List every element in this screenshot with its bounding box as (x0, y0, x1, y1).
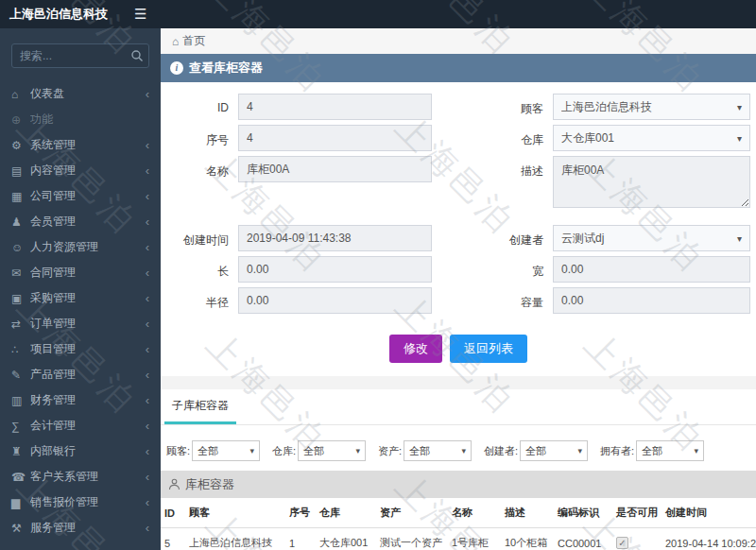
search-input[interactable] (11, 43, 149, 68)
col-name: 名称 (448, 498, 501, 528)
chevron-icon: ‹ (146, 317, 149, 331)
customer-select[interactable]: 上海邑泊信息科技 ▾ (553, 94, 750, 120)
sidebar-item-product-mgmt[interactable]: ✎ 产品管理 ‹ (0, 362, 161, 387)
modify-button[interactable]: 修改 (389, 335, 442, 363)
chevron-icon: ‹ (146, 189, 149, 203)
sidebar-item-internal-bank[interactable]: ♜ 内部银行 ‹ (0, 438, 161, 464)
col-create-time: 创建时间 (662, 498, 756, 528)
tab-bar: 子库柜容器 (161, 389, 756, 425)
chevron-icon: ‹ (146, 495, 149, 509)
sidebar-item-features[interactable]: ⊕ 功能 (0, 107, 161, 132)
filter-asset-value: 全部 (409, 444, 461, 458)
capacity-label: 容量 (458, 287, 543, 311)
length-field (238, 256, 432, 283)
chevron-down-icon: ▾ (577, 446, 582, 455)
chevron-icon: ‹ (146, 470, 149, 484)
sidebar-item-label: 服务管理 (30, 520, 146, 536)
sidebar-item-label: 会计管理 (30, 418, 146, 434)
breadcrumb-home-link[interactable]: 首页 (182, 33, 205, 49)
sidebar-item-hr-mgmt[interactable]: ☺ 人力资源管理 ‹ (0, 234, 161, 260)
info-icon: i (170, 61, 183, 75)
app-window: 上海邑泊 上海邑泊 上海邑泊 上海邑泊 上海邑泊 上海邑泊 上海邑泊 上海邑泊 … (0, 0, 756, 550)
sidebar-item-member-mgmt[interactable]: ♟ 会员管理 ‹ (0, 209, 161, 234)
filter-owner-select[interactable]: 全部 ▾ (636, 440, 704, 461)
length-label: 长 (161, 256, 229, 280)
table-row[interactable]: 5 上海邑泊信息科技 1 大仓库001 测试一个资产 1号库柜 10个柜箱 CC… (161, 528, 756, 550)
filter-creator-value: 全部 (525, 444, 577, 458)
chevron-down-icon: ▾ (250, 446, 255, 455)
chevron-icon: ‹ (146, 138, 149, 152)
filter-owner-label: 拥有者: (600, 444, 634, 458)
finance-money-icon: ▥ (11, 394, 30, 407)
sub-container-section: 子库柜容器 顾客: 全部 ▾ 仓库: 全部 ▾ (161, 389, 756, 550)
sidebar-item-label: 订单管理 (30, 316, 146, 332)
sidebar-item-label: 公司管理 (30, 188, 146, 204)
sidebar-item-label: 仪表盘 (30, 86, 146, 102)
content-icon: ▤ (11, 164, 30, 178)
checked-checkbox-icon: ✓ (616, 537, 628, 549)
sidebar-item-order-mgmt[interactable]: ⇄ 订单管理 ‹ (0, 311, 161, 336)
sidebar-search (11, 43, 149, 68)
list-section-title: 库柜容器 (185, 476, 234, 493)
sidebar-item-procurement-mgmt[interactable]: ▣ 采购管理 ‹ (0, 285, 161, 311)
crm-icon: ☎ (11, 471, 30, 484)
filter-warehouse-select[interactable]: 全部 ▾ (298, 440, 366, 461)
col-id: ID (161, 498, 185, 528)
sidebar-item-service-mgmt[interactable]: ⚒ 服务管理 ‹ (0, 515, 161, 541)
tab-sub-cabinet-containers[interactable]: 子库柜容器 (164, 398, 236, 424)
sidebar-item-crm[interactable]: ☎ 客户关系管理 ‹ (0, 464, 161, 490)
id-field (238, 94, 432, 120)
create-time-field (238, 225, 432, 251)
sidebar-item-label: 采购管理 (30, 290, 146, 306)
filter-customer-value: 全部 (198, 444, 249, 458)
users-icon (168, 478, 180, 490)
filter-asset-select[interactable]: 全部 ▾ (404, 440, 472, 461)
id-label: ID (161, 94, 229, 114)
desc-textarea[interactable]: 库柜00A (553, 156, 750, 208)
breadcrumb: ⌂ 首页 (161, 28, 756, 54)
sidebar-item-project-mgmt[interactable]: ∴ 项目管理 ‹ (0, 336, 161, 362)
cabinet-detail-form: ID 顾客 上海邑泊信息科技 ▾ (161, 82, 756, 376)
chevron-icon: ‹ (146, 368, 149, 382)
col-customer: 顾客 (185, 498, 285, 528)
sidebar-item-label: 客户关系管理 (30, 469, 146, 485)
orders-cart-icon: ⇄ (11, 318, 30, 331)
warehouse-select-value: 大仓库001 (561, 130, 737, 146)
warehouse-select[interactable]: 大仓库001 ▾ (553, 125, 750, 151)
sidebar-item-dashboard[interactable]: ⌂ 仪表盘 ‹ (0, 81, 161, 107)
chevron-down-icon: ▾ (737, 233, 742, 244)
sidebar-item-content-mgmt[interactable]: ▤ 内容管理 ‹ (0, 158, 161, 183)
capacity-field (553, 287, 750, 314)
filter-customer-select[interactable]: 全部 ▾ (192, 440, 260, 461)
sidebar-item-contract-mgmt[interactable]: ✉ 合同管理 ‹ (0, 260, 161, 285)
brand-logo[interactable]: 上海邑泊信息科技 (0, 6, 125, 23)
sidebar-item-sales-quote-mgmt[interactable]: ▆ 销售报价管理 ‹ (0, 490, 161, 515)
accounting-icon: ∑ (11, 420, 30, 433)
filter-warehouse-label: 仓库: (272, 444, 296, 458)
sidebar-item-company-mgmt[interactable]: ▦ 公司管理 ‹ (0, 183, 161, 209)
creator-select[interactable]: 云测试dj ▾ (553, 225, 750, 251)
filter-asset-label: 资产: (378, 444, 402, 458)
name-label: 名称 (161, 156, 229, 180)
filter-creator-select[interactable]: 全部 ▾ (520, 440, 588, 461)
sidebar-item-accounting-mgmt[interactable]: ∑ 会计管理 ‹ (0, 413, 161, 438)
back-to-list-button[interactable]: 返回列表 (450, 335, 527, 363)
chevron-down-icon: ▾ (737, 133, 742, 144)
sidebar-item-finance-mgmt[interactable]: ▥ 财务管理 ‹ (0, 387, 161, 413)
chevron-icon: ‹ (146, 393, 149, 407)
hamburger-menu-icon[interactable]: ☰ (125, 6, 156, 23)
cell-code: CC00001 (554, 528, 612, 550)
chevron-down-icon: ▾ (737, 102, 742, 112)
sidebar-item-label: 产品管理 (30, 367, 146, 383)
chevron-icon: ‹ (146, 215, 149, 229)
search-icon[interactable] (130, 49, 144, 62)
cabinet-table-wrap: ID 顾客 序号 仓库 资产 名称 描述 编码标识 是否可用 创建时间 创建者 (161, 498, 756, 550)
filter-warehouse-value: 全部 (303, 444, 355, 458)
view-cabinet-panel: i 查看库柜容器 ID 顾客 上海邑泊信息科技 (161, 54, 756, 376)
cell-desc: 10个柜箱 (501, 528, 554, 550)
filter-creator-label: 创建者: (484, 444, 518, 458)
cell-asset: 测试一个资产 (376, 528, 448, 550)
chevron-icon: ‹ (146, 444, 149, 458)
sidebar-item-system-mgmt[interactable]: ⚙ 系统管理 ‹ (0, 132, 161, 158)
section-divider (161, 376, 756, 389)
